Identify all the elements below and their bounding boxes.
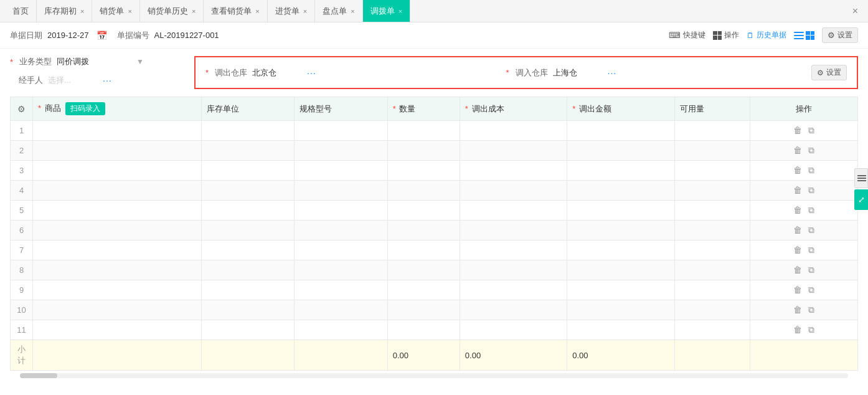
- product-cell[interactable]: [33, 240, 202, 260]
- unit-cell[interactable]: [202, 161, 295, 181]
- cost-cell[interactable]: [460, 121, 567, 141]
- table-settings-icon[interactable]: ⚙: [17, 104, 26, 114]
- spec-cell[interactable]: [295, 221, 387, 240]
- qty-cell[interactable]: [387, 141, 460, 161]
- copy-icon[interactable]: ⧉: [808, 185, 814, 195]
- shortcuts-btn[interactable]: ⌨ 快捷键: [669, 30, 705, 40]
- tab-home[interactable]: 首页: [5, 0, 37, 22]
- available-cell[interactable]: [674, 300, 750, 320]
- biz-type-select[interactable]: 同价调拨 ▼: [57, 56, 144, 67]
- qty-cell[interactable]: [387, 260, 460, 280]
- cost-cell[interactable]: [460, 201, 567, 221]
- product-cell[interactable]: [33, 280, 202, 300]
- scan-btn[interactable]: 扫码录入: [65, 102, 105, 115]
- amount-cell[interactable]: [567, 280, 674, 300]
- unit-cell[interactable]: [202, 300, 295, 320]
- handler-more-icon[interactable]: ···: [103, 75, 112, 85]
- copy-icon[interactable]: ⧉: [808, 145, 814, 155]
- copy-icon[interactable]: ⧉: [808, 125, 814, 135]
- operations-btn[interactable]: 操作: [713, 30, 739, 40]
- spec-cell[interactable]: [295, 181, 387, 201]
- settings-btn[interactable]: ⚙ 设置: [822, 27, 858, 43]
- cost-cell[interactable]: [460, 260, 567, 280]
- tab-inventory-init[interactable]: 库存期初 ×: [37, 0, 92, 22]
- qty-cell[interactable]: [387, 161, 460, 181]
- th-settings[interactable]: ⚙: [11, 97, 33, 121]
- spec-cell[interactable]: [295, 260, 387, 280]
- scrollbar-thumb[interactable]: [20, 373, 57, 378]
- spec-cell[interactable]: [295, 320, 387, 340]
- tab-inventory-init-close[interactable]: ×: [80, 7, 84, 15]
- tab-view-sales[interactable]: 查看销货单 ×: [204, 0, 267, 22]
- side-list-btn[interactable]: [854, 168, 868, 188]
- qty-cell[interactable]: [387, 221, 460, 240]
- spec-cell[interactable]: [295, 141, 387, 161]
- delete-icon[interactable]: 🗑: [793, 145, 802, 155]
- available-cell[interactable]: [674, 280, 750, 300]
- cost-cell[interactable]: [460, 221, 567, 240]
- cost-cell[interactable]: [460, 181, 567, 201]
- side-expand-btn[interactable]: ⤢: [854, 189, 868, 210]
- amount-cell[interactable]: [567, 161, 674, 181]
- unit-cell[interactable]: [202, 280, 295, 300]
- available-cell[interactable]: [674, 141, 750, 161]
- qty-cell[interactable]: [387, 280, 460, 300]
- amount-cell[interactable]: [567, 260, 674, 280]
- delete-icon[interactable]: 🗑: [793, 205, 802, 215]
- product-cell[interactable]: [33, 221, 202, 240]
- calendar-icon[interactable]: 📅: [97, 31, 107, 40]
- spec-cell[interactable]: [295, 201, 387, 221]
- layout-list-icon[interactable]: [794, 32, 804, 39]
- delete-icon[interactable]: 🗑: [793, 265, 802, 275]
- copy-icon[interactable]: ⧉: [808, 165, 814, 175]
- unit-cell[interactable]: [202, 260, 295, 280]
- amount-cell[interactable]: [567, 320, 674, 340]
- in-warehouse-more-icon[interactable]: ···: [608, 68, 617, 78]
- product-cell[interactable]: [33, 141, 202, 161]
- product-cell[interactable]: [33, 260, 202, 280]
- spec-cell[interactable]: [295, 121, 387, 141]
- delete-icon[interactable]: 🗑: [793, 225, 802, 235]
- cost-cell[interactable]: [460, 320, 567, 340]
- tab-purchase-order-close[interactable]: ×: [303, 7, 307, 15]
- amount-cell[interactable]: [567, 141, 674, 161]
- available-cell[interactable]: [674, 181, 750, 201]
- spec-cell[interactable]: [295, 240, 387, 260]
- cost-cell[interactable]: [460, 300, 567, 320]
- unit-cell[interactable]: [202, 240, 295, 260]
- delete-icon[interactable]: 🗑: [793, 165, 802, 175]
- available-cell[interactable]: [674, 320, 750, 340]
- amount-cell[interactable]: [567, 221, 674, 240]
- product-cell[interactable]: [33, 300, 202, 320]
- product-cell[interactable]: [33, 201, 202, 221]
- tab-view-sales-close[interactable]: ×: [255, 7, 259, 15]
- tab-transfer-order[interactable]: 调拨单 ×: [363, 0, 410, 22]
- dropdown-arrow-icon[interactable]: ▼: [136, 57, 144, 66]
- horizontal-scrollbar[interactable]: [20, 373, 848, 378]
- out-warehouse-more-icon[interactable]: ···: [307, 68, 316, 78]
- amount-cell[interactable]: [567, 240, 674, 260]
- spec-cell[interactable]: [295, 280, 387, 300]
- delete-icon[interactable]: 🗑: [793, 125, 802, 135]
- copy-icon[interactable]: ⧉: [808, 325, 814, 335]
- delete-icon[interactable]: 🗑: [793, 285, 802, 295]
- copy-icon[interactable]: ⧉: [808, 305, 814, 315]
- cost-cell[interactable]: [460, 161, 567, 181]
- history-btn[interactable]: 🗒 历史单据: [747, 30, 786, 40]
- copy-icon[interactable]: ⧉: [808, 265, 814, 275]
- cost-cell[interactable]: [460, 141, 567, 161]
- handler-placeholder[interactable]: 选择...: [48, 75, 98, 86]
- available-cell[interactable]: [674, 221, 750, 240]
- window-close-button[interactable]: ×: [847, 6, 863, 17]
- available-cell[interactable]: [674, 240, 750, 260]
- copy-icon[interactable]: ⧉: [808, 245, 814, 255]
- qty-cell[interactable]: [387, 121, 460, 141]
- tab-purchase-order[interactable]: 进货单 ×: [268, 0, 315, 22]
- product-cell[interactable]: [33, 161, 202, 181]
- cost-cell[interactable]: [460, 240, 567, 260]
- unit-cell[interactable]: [202, 181, 295, 201]
- tab-sales-order-close[interactable]: ×: [128, 7, 131, 15]
- unit-cell[interactable]: [202, 141, 295, 161]
- qty-cell[interactable]: [387, 181, 460, 201]
- available-cell[interactable]: [674, 260, 750, 280]
